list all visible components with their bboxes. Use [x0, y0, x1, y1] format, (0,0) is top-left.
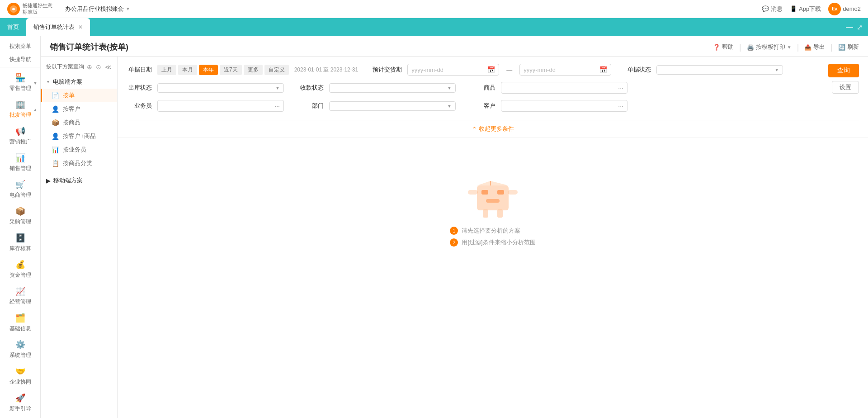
more-icon[interactable]: ···: [618, 102, 623, 109]
expected-date-start-input[interactable]: 📅: [407, 64, 499, 76]
export-icon: 📤: [804, 44, 811, 51]
calendar-end-icon[interactable]: 📅: [599, 66, 607, 73]
date-start-field[interactable]: [411, 66, 487, 73]
dropdown-arrow-icon: ▼: [787, 45, 792, 50]
sidebar-item-sales[interactable]: 📊 销售管理: [0, 149, 40, 176]
workspace-selector[interactable]: 办公用品行业模拟账套 ▼: [65, 5, 130, 13]
more-icon[interactable]: ···: [618, 84, 623, 91]
scheme-by-order[interactable]: 📄 按单: [41, 89, 117, 102]
scheme-by-goods-category[interactable]: 📋 按商品分类: [41, 157, 117, 170]
date-btn-custom[interactable]: 自定义: [264, 65, 289, 75]
sidebar-item-retail[interactable]: 🏪 零售管理 ▼: [0, 69, 40, 96]
svg-rect-7: [468, 190, 478, 195]
purchase-icon: 📦: [15, 206, 25, 216]
shortcut-nav-label[interactable]: 快捷导航: [0, 53, 40, 67]
collapse-bar[interactable]: ⌃ 收起更多条件: [127, 120, 859, 138]
sidebar: 搜索菜单 快捷导航 🏪 零售管理 ▼ 🏢 批发管理 ▲ 📢 营销推广 📊 销售管…: [0, 36, 41, 418]
chat-icon: 💬: [762, 5, 769, 12]
expected-date-end-input[interactable]: 📅: [519, 64, 611, 76]
svg-rect-5: [483, 209, 488, 218]
delivery-status-label: 出库状态: [127, 84, 152, 92]
salesperson-selector[interactable]: ···: [157, 100, 284, 112]
scheme-by-goods[interactable]: 📦 按商品: [41, 116, 117, 129]
message-action[interactable]: 💬 消息: [762, 5, 783, 13]
empty-illustration: [466, 165, 520, 219]
sidebar-item-wholesale[interactable]: 🏢 批发管理 ▲: [0, 96, 40, 123]
inventory-icon: 🗄️: [15, 233, 25, 243]
maximize-icon[interactable]: ⤢: [857, 23, 863, 32]
sidebar-item-collab[interactable]: 🤝 企业协同: [0, 363, 40, 390]
sub-sidebar-header: 按以下方案查询 ⊕ ⊙ ≪: [41, 60, 117, 73]
sidebar-item-appcenter[interactable]: 📱 应用中心: [0, 416, 40, 418]
app-download-action[interactable]: 📱 App下载: [790, 5, 821, 13]
calendar-icon[interactable]: 📅: [487, 66, 495, 73]
scheme-by-customer-goods[interactable]: 👤 按客户+商品: [41, 129, 117, 143]
user-area[interactable]: Ea demo2: [828, 3, 861, 15]
tab-bar-actions: — ⤢: [846, 23, 868, 32]
customer-selector[interactable]: ···: [501, 100, 627, 112]
chevron-down-icon: ▼: [126, 6, 130, 11]
sales-icon: 📊: [15, 153, 25, 163]
department-select[interactable]: ▼: [329, 101, 456, 111]
pc-section-title[interactable]: ▼ 电脑端方案: [41, 75, 117, 89]
sidebar-item-inventory[interactable]: 🗄️ 库存核算: [0, 229, 40, 256]
payment-status-select[interactable]: ▼: [329, 83, 456, 93]
print-template-button[interactable]: 🖨️ 按模板打印 ▼: [747, 43, 792, 51]
sidebar-item-management[interactable]: 📈 经营管理: [0, 283, 40, 309]
scheme-by-salesperson[interactable]: 📊 按业务员: [41, 143, 117, 157]
sub-sidebar-title: 按以下方案查询: [46, 63, 84, 71]
date-btn-this-year[interactable]: 本年: [199, 65, 218, 75]
ecommerce-icon: 🛒: [15, 180, 25, 190]
basic-icon: 🗂️: [15, 313, 25, 323]
scheme-by-customer[interactable]: 👤 按客户: [41, 102, 117, 116]
content-area: 销售订单统计表(按单) ❓ 帮助 | 🖨️ 按模板打印 ▼ | 📤: [41, 36, 868, 418]
tab-close-icon[interactable]: ✕: [78, 24, 83, 30]
sidebar-item-system[interactable]: ⚙️ 系统管理: [0, 336, 40, 363]
collab-icon: 🤝: [15, 366, 25, 376]
settings-button[interactable]: 设置: [832, 81, 859, 94]
empty-tips: 1 请先选择要分析的方案 2 用[过滤]条件来缩小分析范围: [450, 227, 535, 247]
main-layout: 搜索菜单 快捷导航 🏪 零售管理 ▼ 🏢 批发管理 ▲ 📢 营销推广 📊 销售管…: [0, 36, 868, 418]
delivery-status-select[interactable]: ▼: [157, 83, 284, 93]
tab-home[interactable]: 首页: [0, 18, 26, 36]
date-btn-last-month[interactable]: 上月: [157, 65, 176, 75]
dropdown-arrow-icon: ▼: [447, 104, 452, 109]
filter-fields: 单据日期 上月 本月 本年 近7天 更多 自定义 2023-01-01 至 20…: [127, 64, 823, 118]
more-icon[interactable]: ···: [274, 102, 280, 109]
sidebar-item-basic[interactable]: 🗂️ 基础信息: [0, 309, 40, 336]
active-indicator: [41, 89, 42, 102]
date-end-field[interactable]: [524, 66, 599, 73]
separator: |: [830, 43, 833, 52]
filter-actions: 查询 设置: [828, 64, 859, 94]
sidebar-item-purchase[interactable]: 📦 采购管理: [0, 203, 40, 229]
chevron-icon: ▲: [33, 107, 38, 112]
filter-row-3: 业务员 ··· 部门 ▼ 客户: [127, 100, 823, 112]
mobile-section-title[interactable]: ▶ 移动端方案: [46, 174, 112, 187]
search-menu-label[interactable]: 搜索菜单: [0, 40, 40, 53]
dropdown-arrow-icon: ▼: [774, 67, 779, 72]
date-btn-more[interactable]: 更多: [244, 65, 263, 75]
add-scheme-icon[interactable]: ⊕: [87, 63, 92, 71]
collapse-icon: ⌃: [472, 126, 477, 133]
mobile-icon: 📱: [790, 5, 797, 12]
export-button[interactable]: 📤 导出: [804, 43, 825, 51]
sidebar-item-ecommerce[interactable]: 🛒 电商管理: [0, 176, 40, 203]
svg-rect-3: [497, 190, 504, 195]
edit-scheme-icon[interactable]: ⊙: [96, 63, 101, 71]
date-btn-7days[interactable]: 近7天: [220, 65, 242, 75]
collapse-scheme-icon[interactable]: ≪: [105, 63, 112, 71]
sidebar-item-guide[interactable]: 🚀 新手引导: [0, 390, 40, 416]
management-icon: 📈: [15, 286, 25, 296]
minimize-icon[interactable]: —: [846, 23, 853, 31]
expand-icon: ▼: [46, 80, 50, 84]
bill-status-select[interactable]: ▼: [656, 65, 783, 75]
help-button[interactable]: ❓ 帮助: [713, 43, 734, 51]
date-range-text: 2023-01-01 至 2023-12-31: [294, 66, 358, 74]
date-btn-this-month[interactable]: 本月: [178, 65, 197, 75]
goods-selector[interactable]: ···: [501, 82, 627, 94]
tab-sales-stat[interactable]: 销售订单统计表 ✕: [26, 18, 90, 36]
refresh-button[interactable]: 🔄 刷新: [838, 43, 859, 51]
sidebar-item-finance[interactable]: 💰 资金管理: [0, 256, 40, 283]
query-button[interactable]: 查询: [828, 64, 859, 77]
sidebar-item-marketing[interactable]: 📢 营销推广: [0, 123, 40, 149]
